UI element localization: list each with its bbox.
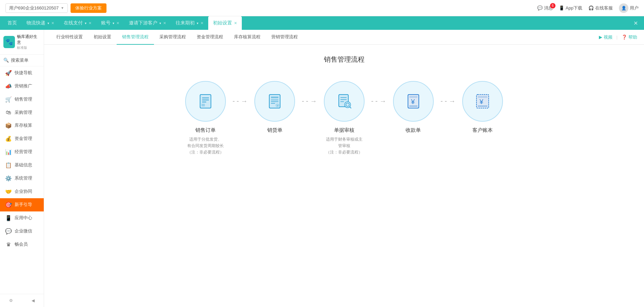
- rocket-icon: 🚀: [5, 70, 12, 76]
- sidebar-logo: 🐾 畅库通好生意 标准版: [0, 30, 44, 55]
- sidebar: 🐾 畅库通好生意 标准版 🔍 搜索菜单 🚀 快捷导航 📣 营销推广 🛒 销售管理…: [0, 30, 44, 307]
- settings-icon: ⚙: [9, 298, 13, 303]
- chevron-down-icon: ▾: [197, 21, 198, 25]
- sidebar-item-label: 采购管理: [15, 109, 32, 116]
- svg-rect-6: [271, 97, 278, 98]
- sub-tab-initial[interactable]: 初始设置: [88, 30, 117, 45]
- flow-item-document-review: 单据审核 适用于财务审核或主 管审核 （注：非必要流程）: [314, 81, 375, 156]
- sales-invoice-icon: ✓: [266, 93, 284, 110]
- chevron-down-icon: ▾: [47, 21, 49, 25]
- sub-tab-inventory-flow[interactable]: 库存核算流程: [229, 30, 266, 45]
- chevron-down-icon: ▾: [113, 21, 114, 25]
- crown-icon: ♛: [5, 241, 12, 248]
- collapse-button[interactable]: ◀: [29, 297, 37, 304]
- flow-label: 销售订单: [195, 127, 216, 134]
- sales-order-icon: [197, 93, 214, 110]
- flow-desc: 适用于财务审核或主 管审核 （注：非必要流程）: [326, 136, 363, 156]
- close-icon[interactable]: ✕: [116, 21, 119, 25]
- nav-tab-logistics[interactable]: 物流快递 ▾ ✕: [22, 16, 59, 30]
- logo-icon: 🐾: [3, 36, 15, 48]
- headset-icon: 🎧: [588, 5, 594, 11]
- flow-item-sales-order: 销售订单 适用于分批发货、 有合同发货周期较长 （注：非必要流程）: [175, 81, 236, 156]
- sidebar-item-base-info[interactable]: 📋 基础信息: [0, 159, 44, 172]
- sidebar-item-system[interactable]: ⚙️ 系统管理: [0, 172, 44, 185]
- sub-tab-actions: ▶ 视频 | ❓ 帮助: [599, 34, 637, 40]
- flow-circle-customer-account[interactable]: ¥: [462, 81, 503, 122]
- cart-icon: 🛒: [5, 96, 12, 103]
- close-icon[interactable]: ✕: [200, 21, 203, 25]
- bag-icon: 🛍: [5, 109, 12, 116]
- sidebar-item-label: 销售管理: [15, 96, 32, 102]
- close-all-tabs-button[interactable]: ✕: [630, 20, 641, 26]
- flow-circle-sales-invoice[interactable]: ✓: [254, 81, 295, 122]
- sidebar-item-label: 企业微信: [15, 228, 32, 234]
- sidebar-item-finance[interactable]: 💰 资金管理: [0, 132, 44, 145]
- sidebar-item-label: 畅会员: [15, 241, 28, 247]
- close-icon[interactable]: ✕: [89, 21, 92, 25]
- clipboard-icon: 📋: [5, 162, 12, 168]
- nav-tab-period[interactable]: 往来期初 ▾ ✕: [171, 16, 208, 30]
- svg-text:✓: ✓: [277, 104, 279, 107]
- sidebar-item-newbie[interactable]: 🎯 新手引导: [0, 198, 44, 211]
- top-bar-right: 💬 消息 6 📱 App下载 🎧 在线客服 👤 用户: [537, 3, 639, 13]
- sidebar-bottom: ⚙ ◀: [0, 294, 44, 307]
- content-area: 行业特性设置 初始设置 销售管理流程 采购管理流程 资金管理流程 库存核算流程 …: [44, 30, 644, 307]
- collapse-icon: ◀: [32, 298, 35, 303]
- sub-tab-purchase-flow[interactable]: 采购管理流程: [154, 30, 191, 45]
- svg-text:¥: ¥: [411, 98, 415, 105]
- flow-item-customer-account: ¥ 客户账本: [452, 81, 513, 136]
- message-icon: 💬: [537, 5, 543, 11]
- play-icon: ▶: [599, 35, 602, 40]
- help-link[interactable]: ❓ 帮助: [622, 34, 637, 40]
- sidebar-item-label: 基础信息: [15, 162, 32, 168]
- sub-tab-sales-flow[interactable]: 销售管理流程: [117, 30, 154, 45]
- sidebar-item-app-center[interactable]: 📱 应用中心: [0, 211, 44, 225]
- sub-tabs: 行业特性设置 初始设置 销售管理流程 采购管理流程 资金管理流程 库存核算流程 …: [44, 30, 644, 45]
- chevron-down-icon: ▾: [159, 21, 161, 25]
- trial-button[interactable]: 体验行业方案: [71, 3, 106, 13]
- nav-tab-initial[interactable]: 初始设置 ✕: [208, 16, 242, 30]
- sidebar-item-enterprise[interactable]: 🤝 企业协同: [0, 185, 44, 198]
- settings-bottom-button[interactable]: ⚙: [6, 297, 16, 304]
- nav-tab-invite[interactable]: 邀请下游客户 ▾ ✕: [124, 16, 171, 30]
- nav-tab-payment[interactable]: 在线支付 ▾ ✕: [59, 16, 96, 30]
- sub-tab-finance-flow[interactable]: 资金管理流程: [191, 30, 229, 45]
- flow-circle-sales-order[interactable]: [185, 81, 226, 122]
- sub-tab-marketing-flow[interactable]: 营销管理流程: [266, 30, 303, 45]
- sidebar-item-sales[interactable]: 🛒 销售管理: [0, 93, 44, 106]
- sidebar-item-label: 经营管理: [15, 149, 32, 155]
- sidebar-item-quick-nav[interactable]: 🚀 快捷导航: [0, 66, 44, 80]
- search-label: 搜索菜单: [11, 57, 28, 63]
- svg-text:¥: ¥: [479, 98, 484, 105]
- user-item[interactable]: 👤 用户: [619, 3, 639, 13]
- sidebar-item-enterprise-wechat[interactable]: 💬 企业微信: [0, 225, 44, 238]
- sidebar-search-button[interactable]: 🔍 搜索菜单: [0, 55, 44, 66]
- app-download-item[interactable]: 📱 App下载: [559, 5, 582, 11]
- nav-tab-home[interactable]: 首页: [3, 16, 22, 30]
- video-link[interactable]: ▶ 视频: [599, 34, 612, 40]
- sub-tab-industry[interactable]: 行业特性设置: [51, 30, 88, 45]
- nav-tab-account[interactable]: 账号 ▾ ✕: [96, 16, 124, 30]
- customer-service-item[interactable]: 🎧 在线客服: [588, 5, 613, 11]
- sidebar-item-operations[interactable]: 📊 经营管理: [0, 145, 44, 159]
- close-icon[interactable]: ✕: [51, 21, 54, 25]
- close-icon[interactable]: ✕: [234, 21, 237, 25]
- sidebar-item-label: 应用中心: [15, 215, 32, 221]
- flow-label: 收款单: [406, 127, 421, 134]
- sidebar-item-purchase[interactable]: 🛍 采购管理: [0, 106, 44, 119]
- message-item[interactable]: 💬 消息 6: [537, 5, 553, 11]
- customer-account-icon: ¥: [474, 93, 491, 110]
- flow-label: 客户账本: [472, 127, 493, 134]
- main-layout: 🐾 畅库通好生意 标准版 🔍 搜索菜单 🚀 快捷导航 📣 营销推广 🛒 销售管理…: [0, 30, 644, 307]
- company-selector[interactable]: 用户690企业1660120507 ▼: [5, 3, 68, 13]
- sidebar-item-member[interactable]: ♛ 畅会员: [0, 238, 44, 251]
- handshake-icon: 🤝: [5, 188, 12, 195]
- flow-circle-document-review[interactable]: [324, 81, 365, 122]
- sidebar-item-marketing[interactable]: 📣 营销推广: [0, 80, 44, 93]
- sidebar-item-label: 新手引导: [15, 202, 32, 208]
- sidebar-item-inventory[interactable]: 📦 库存核算: [0, 119, 44, 132]
- app-download-icon: 📱: [559, 5, 564, 11]
- close-icon[interactable]: ✕: [163, 21, 166, 25]
- flow-circle-receipt[interactable]: ¥: [393, 81, 434, 122]
- nav-tabs: 首页 物流快递 ▾ ✕ 在线支付 ▾ ✕ 账号 ▾ ✕ 邀请下游客户 ▾ ✕ 往…: [0, 16, 644, 30]
